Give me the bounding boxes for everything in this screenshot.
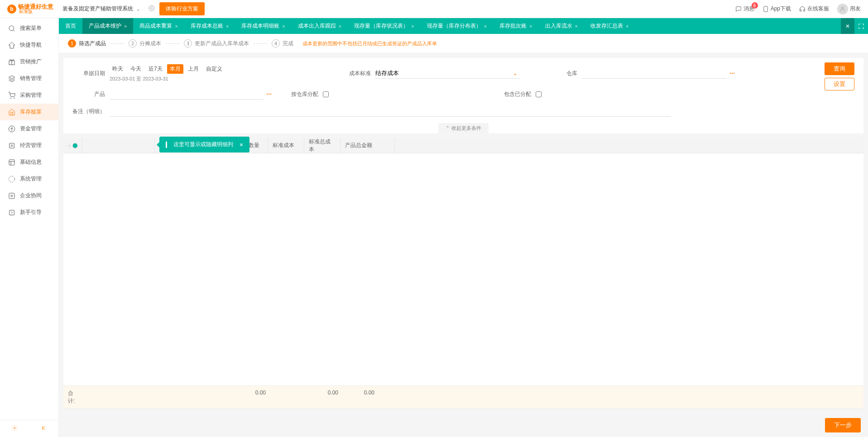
steps-note: 成本更新的范围中不包括已月结或已生成凭证的产成品入库单 <box>302 40 437 47</box>
tab-5[interactable]: 成本出入库跟踪× <box>292 18 348 34</box>
table-column-header[interactable]: 标准总成本 <box>304 138 340 153</box>
sidebar-item-label: 营销推广 <box>20 58 42 66</box>
close-icon[interactable]: × <box>529 24 532 29</box>
collapse-toggle[interactable]: ⌃ 收起更多条件 <box>438 123 488 133</box>
search-button[interactable]: 查询 <box>825 62 854 75</box>
table-area: ▲▼主计量▲▼生产数量标准成本标准总成本产品总金额 这里可显示或隐藏明细列 × … <box>63 138 863 409</box>
svg-point-10 <box>10 98 11 98</box>
chevron-down-icon[interactable]: ⌄ <box>513 70 518 76</box>
sidebar-item-9[interactable]: 系统管理 <box>0 171 58 187</box>
cost-standard-label: 成本标准 <box>338 70 371 77</box>
more-dots-icon[interactable]: ⋯ <box>266 91 272 97</box>
svg-rect-15 <box>10 143 14 148</box>
by-warehouse-checkbox[interactable] <box>323 91 329 97</box>
by-warehouse-label: 按仓库分配 <box>286 90 318 98</box>
gift-icon <box>8 58 15 66</box>
online-service-button[interactable]: 在线客服 <box>799 5 829 13</box>
tab-7[interactable]: 现存量（库存分布表）× <box>421 18 493 34</box>
sidebar-item-label: 经营管理 <box>20 142 42 149</box>
gear-icon[interactable] <box>149 5 155 13</box>
close-icon[interactable]: × <box>226 24 229 29</box>
include-allocated-checkbox[interactable] <box>536 91 542 97</box>
filter-panel: 单据日期 昨天今天近7天本月上月自定义 2023-03-01 至 2023-03… <box>63 58 863 133</box>
close-icon[interactable]: × <box>484 24 487 29</box>
sidebar-item-8[interactable]: 基础信息 <box>0 154 58 171</box>
tab-1[interactable]: 产品成本维护× <box>82 18 133 34</box>
date-quick-本月[interactable]: 本月 <box>167 64 183 74</box>
date-quick-今天[interactable]: 今天 <box>128 64 144 74</box>
tab-3[interactable]: 库存成本总账× <box>184 18 235 34</box>
sidebar-item-11[interactable]: 新手引导 <box>0 204 58 221</box>
close-icon[interactable]: × <box>175 24 177 29</box>
fullscreen-icon[interactable] <box>854 18 868 34</box>
system-selector[interactable]: 装备及固定资产辅助管理系统 ⌄ <box>62 5 140 13</box>
sidebar-item-label: 企业协同 <box>20 192 42 200</box>
user-menu[interactable]: 用友 <box>837 4 861 14</box>
coop-icon <box>8 192 15 200</box>
column-settings-button[interactable] <box>63 138 82 153</box>
sidebar-item-6[interactable]: 资金管理 <box>0 120 58 137</box>
cost-standard-select[interactable] <box>375 68 520 79</box>
app-download-button[interactable]: App下载 <box>762 5 791 13</box>
sidebar-item-5[interactable]: 库存核算 <box>0 104 58 120</box>
sidebar-item-10[interactable]: 企业协同 <box>0 187 58 204</box>
sidebar-item-label: 资金管理 <box>20 125 42 133</box>
total-label: 合计: <box>63 386 85 408</box>
sidebar-collapse-icon[interactable] <box>29 420 59 437</box>
close-icon[interactable]: × <box>626 24 628 29</box>
product-label: 产品 <box>72 90 105 98</box>
step-1: 2分摊成本 <box>129 39 161 48</box>
step-label: 完成 <box>283 40 293 48</box>
sidebar-item-4[interactable]: 采购管理 <box>0 87 58 104</box>
close-icon[interactable]: × <box>124 24 127 29</box>
sidebar-item-1[interactable]: 快捷导航 <box>0 37 58 53</box>
date-quick-上月[interactable]: 上月 <box>185 64 201 74</box>
sidebar-item-0[interactable]: 搜索菜单 <box>0 20 58 37</box>
step-2: 3更新产成品入库单成本 <box>184 39 249 48</box>
toggle-switch[interactable] <box>72 143 77 148</box>
tab-6[interactable]: 现存量（库存状况表）× <box>348 18 420 34</box>
sidebar-item-7[interactable]: 经营管理 <box>0 137 58 154</box>
tab-4[interactable]: 库存成本明细账× <box>235 18 291 34</box>
close-icon[interactable]: × <box>411 24 414 29</box>
remark-input[interactable] <box>110 106 671 117</box>
date-quick-自定义[interactable]: 自定义 <box>203 64 225 74</box>
tab-10[interactable]: 收发存汇总表× <box>584 18 635 34</box>
svg-rect-1 <box>764 6 767 12</box>
close-all-tabs-icon[interactable]: ✕ <box>841 18 854 34</box>
date-quick-近7天[interactable]: 近7天 <box>146 64 165 74</box>
sidebar-item-2[interactable]: 营销推广 <box>0 53 58 70</box>
table-column-header[interactable]: 产品总金额 <box>340 138 395 153</box>
next-step-button[interactable]: 下一步 <box>825 418 861 432</box>
online-service-label: 在线客服 <box>807 5 829 13</box>
close-icon[interactable]: × <box>240 141 243 148</box>
tab-label: 商品成本重算 <box>139 22 172 30</box>
close-icon[interactable]: × <box>575 24 578 29</box>
step-label: 分摊成本 <box>139 40 161 48</box>
logo-icon: b <box>7 5 16 14</box>
settings-button[interactable]: 设置 <box>825 78 854 90</box>
tab-label: 现存量（库存状况表） <box>354 22 408 30</box>
date-quick-昨天[interactable]: 昨天 <box>110 64 126 74</box>
close-icon[interactable]: × <box>282 24 285 29</box>
warehouse-input[interactable] <box>582 68 727 79</box>
tab-2[interactable]: 商品成本重算× <box>133 18 184 34</box>
step-label: 更新产成品入库单成本 <box>195 40 249 48</box>
remark-label: 备注（明细） <box>72 108 105 115</box>
sale-icon <box>8 75 15 82</box>
more-dots-icon[interactable]: ⋯ <box>729 70 735 76</box>
sidebar-settings-icon[interactable] <box>0 420 29 437</box>
experience-button[interactable]: 体验行业方案 <box>159 2 205 15</box>
close-icon[interactable]: × <box>339 24 341 29</box>
tab-0[interactable]: 首页 <box>59 18 82 34</box>
step-number: 1 <box>68 39 76 48</box>
product-input[interactable] <box>110 89 264 100</box>
tab-8[interactable]: 库存批次账× <box>493 18 538 34</box>
table-column-header[interactable]: 标准成本 <box>268 138 304 153</box>
sidebar-item-3[interactable]: 销售管理 <box>0 70 58 87</box>
svg-point-21 <box>9 176 14 182</box>
tab-9[interactable]: 出入库流水× <box>539 18 584 34</box>
tab-label: 库存批次账 <box>499 22 527 30</box>
system-icon <box>8 176 15 183</box>
messages-button[interactable]: 消息 6 <box>735 5 754 13</box>
